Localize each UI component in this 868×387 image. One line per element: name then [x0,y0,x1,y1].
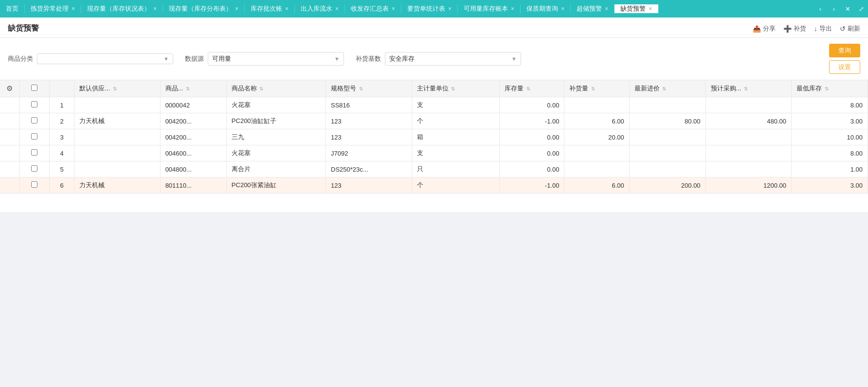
tab-close-stock-status[interactable]: × [153,6,157,12]
tab-close-inout-flow[interactable]: × [335,6,339,12]
col-latest-price[interactable]: 最新进价 ⇅ [629,80,705,97]
tab-close-receive-summary[interactable]: × [392,6,395,12]
tab-item-batch-account[interactable]: 库存批次账× [245,4,295,13]
tab-item-inout-flow[interactable]: 出入库流水× [295,4,345,13]
tab-label-avail-ledger: 可用量库存账本 [464,4,508,13]
tab-close-demand-stat[interactable]: × [448,6,452,12]
refresh-button[interactable]: ↺ 刷新 [840,24,860,33]
col-stock[interactable]: 库存量 ⇅ [500,80,564,97]
cell-checkbox[interactable] [19,129,50,145]
tab-item-expiry[interactable]: 保质期查询× [521,4,571,13]
query-button[interactable]: 查询 [829,44,860,57]
col-supplier[interactable]: 默认供应... ⇅ [74,80,160,97]
col-min-stock[interactable]: 最低库存 ⇅ [792,80,868,97]
tab-close-shortage[interactable]: × [649,6,652,12]
cell-goods-code: 801110... [160,177,226,194]
page-header: 缺货预警 📤 分享 ➕ 补货 ↓ 导出 ↺ 刷新 [0,18,868,38]
cell-est-purchase: 1200.00 [705,177,791,194]
row-checkbox-5[interactable] [31,181,37,188]
cell-num: 2 [50,113,74,129]
tab-close-avail-ledger[interactable]: × [511,6,514,12]
tab-item-exception[interactable]: 拣货异常处理× [25,4,81,13]
tab-item-receive-summary[interactable]: 收发存汇总表× [345,4,401,13]
refresh-icon: ↺ [840,25,846,33]
tab-item-shortage[interactable]: 缺货预警× [615,4,658,13]
cell-checkbox[interactable] [19,177,50,194]
cell-goods-name: PC200张紧油缸 [226,177,326,194]
table-row: 2力天机械004200...PC200油缸缸子123个-1.006.0080.0… [0,113,868,129]
cell-est-purchase: 480.00 [705,113,791,129]
cell-checkbox[interactable] [19,113,50,129]
minstock-sort-icon: ⇅ [825,86,829,91]
cell-spec: J7092 [326,145,412,161]
row-checkbox-2[interactable] [31,133,37,140]
tab-close-stock-dist[interactable]: × [235,6,238,12]
cell-checkbox[interactable] [19,97,50,113]
cell-goods-name: 离合片 [226,161,326,177]
tab-item-avail-ledger[interactable]: 可用量库存账本× [458,4,521,13]
gear-icon[interactable]: ⚙ [6,84,13,92]
setting-button[interactable]: 设置 [829,60,860,74]
row-checkbox-1[interactable] [31,117,37,123]
col-unit[interactable]: 主计量单位 ⇅ [412,80,499,97]
cell-est-purchase [705,145,791,161]
col-replenish[interactable]: 补货量 ⇅ [564,80,629,97]
tab-close-batch-account[interactable]: × [285,6,289,12]
datasource-filter-group: 数据源 可用量 ▼ [185,52,344,66]
cell-supplier [74,145,160,161]
cell-supplier: 力天机械 [74,113,160,129]
datasource-select-value: 可用量 [212,54,231,63]
supplier-sort-icon: ⇅ [113,86,117,91]
row-checkbox-3[interactable] [31,149,37,156]
cell-checkbox[interactable] [19,161,50,177]
tab-label-shortage: 缺货预警 [620,4,646,13]
cell-latest-price [629,129,705,145]
tab-item-overstock[interactable]: 超储预警× [571,4,615,13]
datasource-select[interactable]: 可用量 ▼ [208,52,344,66]
export-button[interactable]: ↓ 导出 [814,24,832,33]
col-est-purchase[interactable]: 预计采购... ⇅ [705,80,791,97]
replenish-button[interactable]: ➕ 补货 [783,24,806,33]
cell-spec: 123 [326,129,412,145]
tab-expand-btn[interactable]: ⤢ [854,0,868,18]
category-chevron-icon: ▼ [163,56,169,62]
col-goods-code[interactable]: 商品... ⇅ [160,80,226,97]
tab-prev-btn[interactable]: ‹ [814,0,827,18]
category-select[interactable]: ▼ [37,53,173,64]
tab-close-exception[interactable]: × [72,6,75,12]
tab-next-btn[interactable]: › [827,0,841,18]
row-checkbox-4[interactable] [31,165,37,172]
row-checkbox-0[interactable] [31,101,37,107]
tab-item-demand-stat[interactable]: 要货单统计表× [401,4,458,13]
cell-replenish: 6.00 [564,113,629,129]
cell-replenish: 20.00 [564,129,629,145]
tab-item-home[interactable]: 首页 [0,4,25,13]
select-all-checkbox[interactable] [31,85,37,91]
table-row: 6力天机械801110...PC200张紧油缸123个-1.006.00200.… [0,177,868,194]
tab-label-stock-status: 现存量（库存状况表） [87,4,150,13]
tab-label-batch-account: 库存批次账 [251,4,282,13]
replenish-base-select-value: 安全库存 [389,54,415,63]
col-goods-name[interactable]: 商品名称 ⇅ [226,80,326,97]
tab-close-overstock[interactable]: × [605,6,608,12]
share-button[interactable]: 📤 分享 [753,24,776,33]
tab-close-expiry[interactable]: × [561,6,564,12]
cell-min-stock: 1.00 [792,161,868,177]
tab-label-demand-stat: 要货单统计表 [407,4,445,13]
goodsname-sort-icon: ⇅ [259,86,263,91]
tab-close-btn[interactable]: ✕ [841,0,854,18]
cell-latest-price [629,97,705,113]
stock-sort-icon: ⇅ [526,86,530,91]
tab-item-stock-dist[interactable]: 现存量（库存分布表）× [163,4,245,13]
cell-num: 3 [50,129,74,145]
tab-label-exception: 拣货异常处理 [31,4,69,13]
tab-item-stock-status[interactable]: 现存量（库存状况表）× [81,4,163,13]
cell-checkbox[interactable] [19,145,50,161]
cell-replenish: 6.00 [564,177,629,194]
cell-unit: 个 [412,177,499,194]
col-spec[interactable]: 规格型号 ⇅ [326,80,412,97]
estpurchase-sort-icon: ⇅ [744,86,748,91]
cell-goods-name: 火花塞 [226,97,326,113]
cell-goods-code: 004200... [160,113,226,129]
replenish-base-select[interactable]: 安全库存 ▼ [385,52,521,66]
